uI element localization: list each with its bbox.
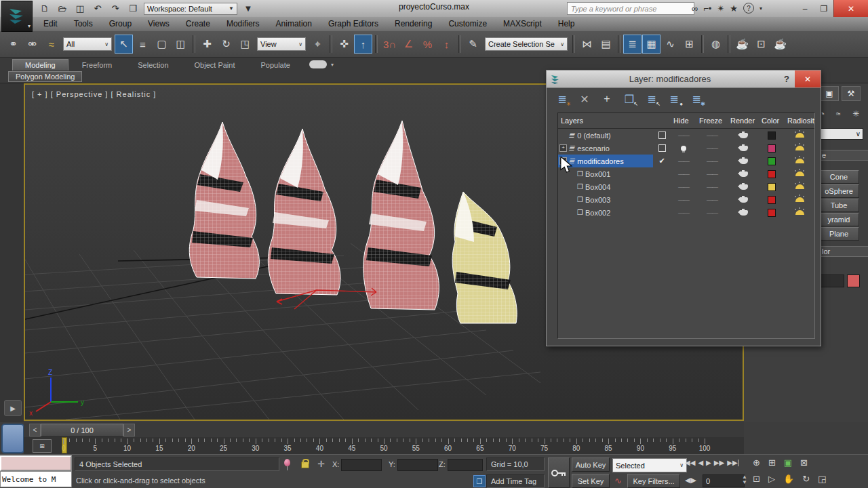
layer-color-swatch[interactable] <box>768 157 776 165</box>
zoom-all-icon[interactable]: ⊞ <box>768 458 776 468</box>
create-button-yramid[interactable]: yramid <box>818 213 859 226</box>
select-object-icon[interactable]: ↖ <box>115 35 133 54</box>
subscription-key-icon[interactable]: ⌐• <box>703 3 711 14</box>
systems-category-icon[interactable]: ✳ <box>852 109 859 119</box>
current-layer-cell[interactable]: ✔ <box>653 157 671 165</box>
menu-modifiers[interactable]: Modifiers <box>218 18 268 30</box>
object-type-rollout[interactable]: e <box>817 150 868 161</box>
hide-cell[interactable]: —— <box>671 158 696 165</box>
dialog-close-button[interactable]: ✕ <box>795 70 821 87</box>
isolate-selection-icon[interactable] <box>284 459 290 466</box>
select-and-scale-icon[interactable]: ◳ <box>236 35 254 54</box>
radiosity-cell[interactable] <box>785 133 814 138</box>
layer-row-box002[interactable]: ❒Box002———— <box>558 206 814 219</box>
mirror-icon[interactable]: ⋈ <box>578 35 596 54</box>
render-cell[interactable] <box>728 171 759 177</box>
select-by-name-icon[interactable]: ≡ <box>134 35 152 54</box>
maxscript-mini-listener-white[interactable]: Welcome to M <box>0 471 72 487</box>
hide-cell[interactable]: —— <box>671 171 696 178</box>
layer-color-swatch[interactable] <box>768 183 776 191</box>
scene-explorer-icon[interactable]: ▦ <box>642 35 660 54</box>
layer-row-box001[interactable]: ❒Box001———— <box>558 167 814 180</box>
select-objects-in-layer-icon[interactable]: ❒↖ <box>622 92 637 106</box>
tab-object-paint[interactable]: Object Paint <box>182 60 248 70</box>
layer-row-escenario[interactable]: +≣escenario—— <box>558 142 814 155</box>
layer-name-cell[interactable]: +≣escenario <box>558 142 653 155</box>
help-caret-icon[interactable]: ▾ <box>760 5 762 12</box>
zoom-extents-all-icon[interactable]: ⊠ <box>800 458 808 468</box>
go-start-icon[interactable]: ◀◀ <box>685 459 695 466</box>
go-end-icon[interactable]: ▶▶| <box>727 459 739 466</box>
expand-toggle-icon[interactable]: + <box>559 144 567 152</box>
minimize-button[interactable]: – <box>795 0 814 17</box>
zoom-extents-icon[interactable]: ▣ <box>784 458 792 468</box>
radiosity-cell[interactable] <box>785 159 814 163</box>
color-cell[interactable] <box>759 209 785 217</box>
pan-hand-icon[interactable]: ✋ <box>783 474 794 484</box>
rendered-frame-icon[interactable]: ⊡ <box>752 35 770 54</box>
layer-color-swatch[interactable] <box>768 144 776 152</box>
render-cell[interactable] <box>728 159 759 164</box>
color-cell[interactable] <box>759 144 785 152</box>
select-and-move-icon[interactable]: ✚ <box>198 35 216 54</box>
search-icon[interactable]: ∞ <box>692 3 698 14</box>
layer-name-cell[interactable]: ❒Box004 <box>558 180 653 193</box>
rect-selection-region-icon[interactable]: ▢ <box>153 35 171 54</box>
current-frame-field[interactable]: 0 <box>703 474 745 487</box>
layer-name-cell[interactable]: ❒Box002 <box>558 206 653 219</box>
mini-trackbar-icon[interactable]: ⊞ <box>33 439 52 453</box>
use-pivot-center-icon[interactable]: ⌖ <box>309 35 327 54</box>
create-button-osphere[interactable]: oSphere <box>818 184 859 198</box>
snap-toggle-3d-icon[interactable]: 3∩ <box>380 35 399 54</box>
edit-named-sets-icon[interactable]: ✎ <box>464 35 482 54</box>
select-and-manipulate-icon[interactable]: ✜ <box>335 35 353 54</box>
freeze-cell[interactable]: —— <box>696 145 728 152</box>
radiosity-cell[interactable] <box>785 197 814 202</box>
keyboard-override-icon[interactable]: ↑ <box>354 35 372 54</box>
dialog-help-button[interactable]: ? <box>778 74 795 84</box>
color-cell[interactable] <box>759 183 785 191</box>
freeze-cell[interactable]: —— <box>696 132 728 139</box>
zoom-icon[interactable]: ⊕ <box>753 458 760 468</box>
column-freeze[interactable]: Freeze <box>696 117 728 125</box>
mini-curve-editor-button[interactable] <box>1 424 24 453</box>
render-cell[interactable] <box>728 146 759 151</box>
render-cell[interactable] <box>728 197 759 203</box>
hide-cell[interactable] <box>671 146 696 151</box>
freeze-cell[interactable]: —— <box>696 171 728 178</box>
isolate-selection-toggle-icon[interactable]: ❒ <box>473 475 486 487</box>
select-and-rotate-icon[interactable]: ↻ <box>217 35 235 54</box>
create-button-cone[interactable]: Cone <box>818 170 859 184</box>
help-icon[interactable]: ? <box>743 3 754 14</box>
geometry-type-dropdown[interactable]: ∨ <box>818 128 863 140</box>
layer-color-swatch[interactable] <box>768 131 776 140</box>
x-coordinate-field[interactable] <box>341 459 382 471</box>
timeline-ruler[interactable]: 5101520253035404550556065707580859095100… <box>24 437 744 455</box>
frame-spinner[interactable]: ▲▼ <box>742 474 747 485</box>
current-layer-cell[interactable] <box>653 131 671 139</box>
3dsmax-logo[interactable]: ▾ <box>1 1 33 32</box>
freeze-cell[interactable]: —— <box>696 197 728 203</box>
render-cell[interactable] <box>728 133 759 138</box>
add-selection-to-layer-icon[interactable]: + <box>599 92 614 106</box>
color-cell[interactable] <box>759 170 785 178</box>
column-color[interactable]: Color <box>759 117 785 125</box>
set-key-button[interactable]: Set Key <box>572 474 610 488</box>
create-button-plane[interactable]: Plane <box>818 227 859 241</box>
column-radiosity[interactable]: Radiosity <box>785 117 815 125</box>
prev-frame-icon[interactable]: ◀ <box>698 459 703 466</box>
align-icon[interactable]: ▤ <box>597 35 615 54</box>
spacewarps-category-icon[interactable]: ≈ <box>836 109 841 119</box>
key-step-toggle-icon[interactable]: ◀▶ <box>685 476 696 485</box>
bind-to-spacewarp-icon[interactable]: ≈ <box>42 35 60 54</box>
y-coordinate-field[interactable] <box>397 459 438 471</box>
utilities-panel-tab[interactable]: ⚒ <box>842 86 861 101</box>
color-cell[interactable] <box>759 196 785 204</box>
layer-color-swatch[interactable] <box>768 209 776 217</box>
render-cell[interactable] <box>728 210 759 216</box>
auto-key-button[interactable]: Auto Key <box>572 458 610 472</box>
menu-group[interactable]: Group <box>101 18 140 30</box>
hide-cell[interactable]: —— <box>671 197 696 203</box>
key-filters-curve-icon[interactable]: ∿ <box>614 476 622 486</box>
object-name-field[interactable] <box>817 274 844 287</box>
